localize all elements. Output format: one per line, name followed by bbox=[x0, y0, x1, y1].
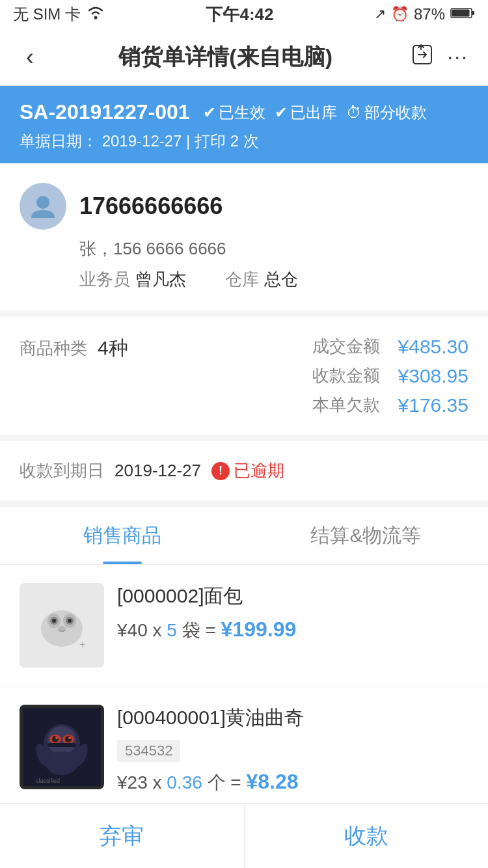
product-item: + [0000002]面包 ¥40 x 5 袋 = ¥199.99 bbox=[0, 565, 488, 686]
due-label: 收款到期日 bbox=[20, 459, 104, 482]
product-item-2: classified [000400001]黄油曲奇 534532 ¥23 x … bbox=[0, 686, 488, 814]
order-status-badges: ✔ 已生效 ✔ 已出库 ⏱ 部分收款 bbox=[203, 102, 427, 123]
nav-actions: ··· bbox=[411, 43, 468, 72]
status-left: 无 SIM 卡 bbox=[13, 4, 105, 25]
product-info-1: [0000002]面包 ¥40 x 5 袋 = ¥199.99 bbox=[117, 583, 468, 643]
status-badge-shipped: ✔ 已出库 bbox=[275, 102, 337, 123]
svg-point-20 bbox=[52, 736, 59, 742]
debt-label: 本单欠款 bbox=[312, 394, 380, 416]
svg-point-5 bbox=[36, 196, 49, 209]
tab-settlement-label: 结算&物流等 bbox=[310, 522, 421, 549]
received-value: ¥308.95 bbox=[390, 365, 468, 387]
order-number: SA-20191227-001 bbox=[20, 100, 190, 124]
back-button[interactable]: ‹ bbox=[20, 37, 40, 77]
clock-icon: ⏱ bbox=[346, 103, 362, 122]
received-row: 收款金额 ¥308.95 bbox=[312, 364, 468, 387]
svg-text:+: + bbox=[79, 639, 85, 650]
kind-label: 商品种类 bbox=[20, 337, 87, 360]
product-tag-wrapper: 534532 bbox=[117, 739, 468, 762]
amount-label: 成交金额 bbox=[312, 335, 380, 358]
tabs-section: 销售商品 结算&物流等 bbox=[0, 507, 488, 565]
status-bar: 无 SIM 卡 下午4:42 ↗ ⏰ 87% bbox=[0, 0, 488, 29]
warehouse-label: 仓库 bbox=[225, 268, 259, 291]
product-total-1: ¥199.99 bbox=[221, 617, 297, 641]
svg-point-25 bbox=[46, 752, 78, 775]
order-date-row: 单据日期： 2019-12-27 | 打印 2 次 bbox=[20, 131, 468, 152]
overdue-text: 已逾期 bbox=[234, 459, 284, 482]
svg-rect-24 bbox=[47, 743, 76, 747]
product-info-2: [000400001]黄油曲奇 534532 ¥23 x 0.36 个 = ¥8… bbox=[117, 705, 468, 795]
debt-row: 本单欠款 ¥176.35 bbox=[312, 394, 468, 416]
page-title: 销货单详情(来自电脑) bbox=[118, 42, 332, 72]
product-total-2: ¥8.28 bbox=[246, 770, 298, 793]
collect-payment-button[interactable]: 收款 bbox=[245, 804, 489, 868]
wifi-icon bbox=[86, 5, 105, 23]
debt-value: ¥176.35 bbox=[390, 394, 468, 416]
bottom-bar: 弃审 收款 bbox=[0, 803, 488, 868]
overdue-dot-icon: ! bbox=[211, 462, 230, 480]
stats-section: 商品种类 4种 成交金额 ¥485.30 收款金额 ¥308.95 本单欠款 ¥… bbox=[0, 317, 488, 435]
sales-label: 业务员 bbox=[79, 268, 130, 291]
product-name-2: [000400001]黄油曲奇 bbox=[117, 705, 468, 731]
product-qty-1: 5 bbox=[167, 620, 177, 640]
svg-rect-2 bbox=[472, 11, 474, 15]
warehouse-value: 总仓 bbox=[264, 268, 298, 291]
product-tag-2: 534532 bbox=[117, 740, 180, 762]
share-icon[interactable] bbox=[411, 43, 434, 72]
amount-row: 成交金额 ¥485.30 bbox=[312, 335, 468, 358]
tab-sales[interactable]: 销售商品 bbox=[0, 507, 244, 564]
location-icon: ↗ bbox=[374, 6, 386, 23]
status-badge-active: ✔ 已生效 bbox=[203, 102, 265, 123]
order-banner-row1: SA-20191227-001 ✔ 已生效 ✔ 已出库 ⏱ 部分收款 bbox=[20, 100, 468, 124]
tab-settlement[interactable]: 结算&物流等 bbox=[244, 507, 488, 564]
due-date: 2019-12-27 bbox=[115, 461, 201, 481]
kind-value: 4种 bbox=[98, 335, 128, 362]
product-thumb-2: classified bbox=[20, 705, 104, 789]
abandon-review-button[interactable]: 弃审 bbox=[0, 804, 245, 868]
product-name-1: [0000002]面包 bbox=[117, 583, 468, 610]
svg-point-0 bbox=[94, 16, 98, 20]
svg-point-23 bbox=[68, 737, 71, 739]
customer-row: 17666666666 bbox=[20, 183, 468, 230]
product-qty-2: 0.36 bbox=[167, 772, 202, 793]
due-section: 收款到期日 2019-12-27 ! 已逾期 bbox=[0, 441, 488, 500]
product-price-row-1: ¥40 x 5 袋 = ¥199.99 bbox=[117, 617, 468, 643]
product-thumb-1: + bbox=[20, 583, 104, 668]
svg-point-21 bbox=[65, 736, 72, 742]
customer-avatar bbox=[20, 183, 66, 230]
amount-value: ¥485.30 bbox=[390, 336, 468, 358]
tab-sales-label: 销售商品 bbox=[83, 522, 161, 549]
nav-bar: ‹ 销货单详情(来自电脑) ··· bbox=[0, 29, 488, 86]
customer-section: 17666666666 张，156 6666 6666 业务员 曾凡杰 仓库 总… bbox=[0, 163, 488, 310]
overdue-badge: ! 已逾期 bbox=[211, 459, 284, 482]
battery-text: 87% bbox=[414, 5, 445, 23]
status-badge-partial: ⏱ 部分收款 bbox=[346, 102, 427, 123]
svg-point-22 bbox=[55, 737, 58, 739]
stats-kind-row: 商品种类 4种 bbox=[20, 335, 128, 362]
carrier-text: 无 SIM 卡 bbox=[13, 4, 81, 25]
svg-point-12 bbox=[68, 619, 72, 623]
stats-left: 商品种类 4种 bbox=[20, 335, 128, 362]
stats-right: 成交金额 ¥485.30 收款金额 ¥308.95 本单欠款 ¥176.35 bbox=[312, 335, 468, 416]
battery-icon bbox=[450, 5, 475, 23]
check-icon-2: ✔ bbox=[275, 103, 288, 122]
svg-point-11 bbox=[52, 619, 56, 623]
alarm-icon: ⏰ bbox=[391, 6, 409, 23]
product-price-row-2: ¥23 x 0.36 个 = ¥8.28 bbox=[117, 770, 468, 795]
tab-sales-underline bbox=[103, 562, 142, 564]
status-right: ↗ ⏰ 87% bbox=[374, 5, 475, 23]
svg-rect-3 bbox=[452, 10, 469, 17]
svg-text:classified: classified bbox=[36, 778, 60, 784]
received-label: 收款金额 bbox=[312, 364, 380, 387]
customer-meta: 业务员 曾凡杰 仓库 总仓 bbox=[20, 268, 468, 291]
product-list: + [0000002]面包 ¥40 x 5 袋 = ¥199.99 bbox=[0, 565, 488, 814]
order-banner: SA-20191227-001 ✔ 已生效 ✔ 已出库 ⏱ 部分收款 单据日期：… bbox=[0, 86, 488, 163]
status-time: 下午4:42 bbox=[206, 3, 273, 26]
tabs-row: 销售商品 结算&物流等 bbox=[0, 507, 488, 564]
customer-detail: 张，156 6666 6666 bbox=[20, 237, 468, 260]
customer-name: 17666666666 bbox=[79, 193, 223, 220]
check-icon-1: ✔ bbox=[203, 103, 216, 122]
more-icon[interactable]: ··· bbox=[447, 45, 468, 69]
warehouse-meta: 仓库 总仓 bbox=[225, 268, 298, 291]
sales-meta: 业务员 曾凡杰 bbox=[79, 268, 186, 291]
